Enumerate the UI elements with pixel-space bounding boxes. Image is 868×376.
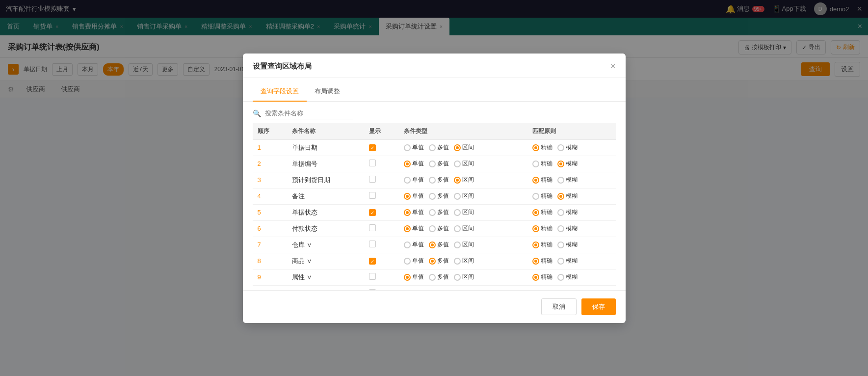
dialog-tabs: 查询字段设置 布局调整 xyxy=(243,78,626,99)
tab-layout[interactable]: 布局调整 xyxy=(307,84,348,99)
dialog-title: 设置查询区域布局 xyxy=(253,62,312,71)
dialog-header: 设置查询区域布局 × xyxy=(243,54,626,78)
overlay: 设置查询区域布局 × 查询字段设置 布局调整 🔍 顺序 条件名称 xyxy=(0,0,868,98)
tab-fields-label: 查询字段设置 xyxy=(261,87,299,95)
dialog-close-button[interactable]: × xyxy=(610,61,616,72)
tab-layout-label: 布局调整 xyxy=(315,87,340,95)
dialog: 设置查询区域布局 × 查询字段设置 布局调整 🔍 顺序 条件名称 xyxy=(243,54,626,99)
tab-fields[interactable]: 查询字段设置 xyxy=(253,84,307,99)
